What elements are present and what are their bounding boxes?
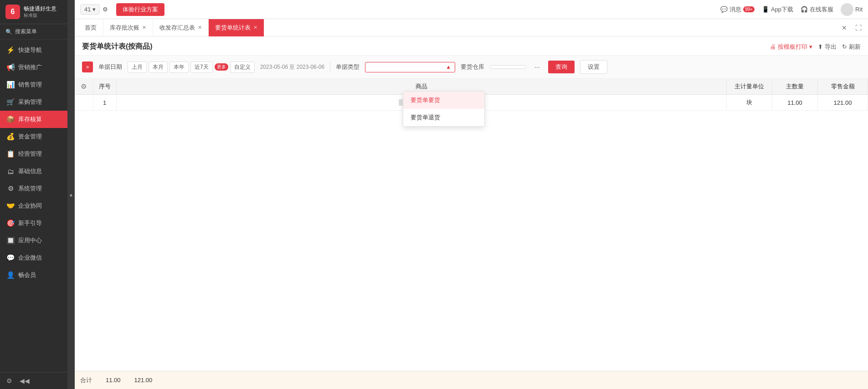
sidebar-item-guide[interactable]: 🎯 新手引导 [0, 215, 67, 232]
tab-receive-close[interactable]: ✕ [198, 25, 202, 31]
filter-separator [330, 62, 330, 72]
collapse-sidebar-btn[interactable]: ▲ [67, 0, 75, 389]
cell-settings [75, 95, 93, 111]
sidebar-item-apps[interactable]: 🔲 应用中心 [0, 232, 67, 249]
chevron-down-icon: ▾ [92, 6, 96, 13]
last-7days-btn[interactable]: 近7天 [190, 61, 213, 73]
tab-batch[interactable]: 库存批次账 ✕ [103, 19, 153, 36]
collapse-icon[interactable]: ◀◀ [20, 377, 30, 384]
type-input[interactable] [369, 64, 446, 71]
app-sub: 标准版 [24, 12, 56, 19]
sidebar-item-system[interactable]: ⚙ 系统管理 [0, 180, 67, 197]
sidebar-item-purchase[interactable]: 🛒 采购管理 [0, 93, 67, 111]
tab-bar: 首页 库存批次账 ✕ 收发存汇总表 ✕ 要货单统计表 ✕ ✕ ⛶ [75, 19, 868, 36]
online-service-btn[interactable]: 🎧 在线客服 [801, 5, 833, 14]
sidebar-item-operations[interactable]: 📋 经营管理 [0, 145, 67, 163]
search-menu[interactable]: 🔍 搜索菜单 [0, 24, 67, 40]
footer-total-label: 合计 [80, 376, 92, 384]
messages-btn[interactable]: 💬 消息 99+ [720, 5, 755, 14]
tab-batch-label: 库存批次账 [110, 24, 139, 32]
last-month-btn[interactable]: 上月 [128, 61, 147, 73]
tab-batch-close[interactable]: ✕ [142, 25, 146, 31]
sidebar-item-inventory[interactable]: 📦 库存核算 [0, 111, 67, 128]
expand-icon: » [86, 64, 89, 70]
app-download-btn[interactable]: 📱 App下载 [762, 5, 793, 14]
dropdown-item-order-goods[interactable]: 要货单要货 [403, 92, 484, 109]
warehouse-input[interactable] [490, 65, 526, 69]
dropdown-item-order-return[interactable]: 要货单退货 [403, 109, 484, 126]
sidebar-item-marketing[interactable]: 📢 营销推广 [0, 59, 67, 76]
col-header-amount: 零售金额 [818, 79, 868, 95]
settings-btn[interactable]: 设置 [580, 60, 607, 74]
column-settings-icon[interactable]: ⚙ [81, 82, 87, 90]
sidebar-item-sales[interactable]: 📊 销售管理 [0, 76, 67, 93]
table-footer: 合计 11.00 121.00 [75, 371, 868, 389]
refresh-label: 刷新 [849, 43, 861, 51]
export-btn[interactable]: ⬆ 导出 [818, 43, 837, 51]
more-dates-badge[interactable]: 更多 [215, 63, 228, 71]
store-dropdown[interactable]: 41 ▾ [80, 4, 100, 15]
main-area: 41 ▾ ⚙ 体验行业方案 💬 消息 99+ 📱 App下载 🎧 在线客服 Ri [75, 0, 868, 389]
print-template-btn[interactable]: 🖨 按模板打印 ▾ [770, 43, 812, 51]
close-window-btn[interactable]: ✕ [839, 23, 850, 32]
col-header-num: 序号 [93, 79, 116, 95]
system-icon: ⚙ [6, 184, 15, 193]
refresh-btn[interactable]: ↻ 刷新 [842, 43, 861, 51]
col-header-qty: 主数量 [772, 79, 818, 95]
custom-date-btn[interactable]: 自定义 [230, 61, 255, 73]
col-header-unit: 主计量单位 [727, 79, 772, 95]
sidebar-item-label: 企业协同 [18, 202, 42, 210]
app-logo: 6 畅捷通好生意 标准版 [0, 0, 67, 24]
purchase-icon: 🛒 [6, 98, 15, 106]
sidebar-item-member[interactable]: 👤 畅会员 [0, 266, 67, 284]
export-icon: ⬆ [818, 43, 823, 50]
expand-window-btn[interactable]: ⛶ [853, 23, 864, 32]
type-dropdown-menu: 要货单要货 要货单退货 [403, 91, 485, 127]
footer-qty-value: 11.00 [106, 377, 121, 384]
filter-bar: » 单据日期 上月 本月 本年 近7天 更多 自定义 2023-05-06 至 … [75, 56, 868, 79]
sidebar-item-label: 基础信息 [18, 167, 42, 175]
cell-amount: 121.00 [818, 95, 868, 111]
cell-num: 1 [93, 95, 116, 111]
tab-receive[interactable]: 收发存汇总表 ✕ [153, 19, 209, 36]
filter-expand-btn[interactable]: » [82, 61, 93, 72]
user-menu[interactable]: Rit [841, 3, 863, 16]
app-name: 畅捷通好生意 [24, 5, 56, 13]
trial-btn[interactable]: 体验行业方案 [116, 3, 164, 16]
tab-order-stats-close[interactable]: ✕ [253, 25, 257, 31]
sidebar-item-wechat[interactable]: 💬 企业微信 [0, 249, 67, 266]
settings-icon[interactable]: ⚙ [103, 6, 108, 13]
sidebar-item-label: 企业微信 [18, 254, 42, 262]
sidebar-item-label: 库存核算 [18, 115, 42, 123]
settings-icon[interactable]: ⚙ [6, 377, 12, 384]
sidebar-item-label: 资金管理 [18, 133, 42, 141]
cell-qty: 11.00 [772, 95, 818, 111]
avatar [841, 3, 853, 16]
query-btn[interactable]: 查询 [548, 61, 575, 73]
sidebar-item-collab[interactable]: 🤝 企业协同 [0, 197, 67, 215]
sidebar-item-label: 营销推广 [18, 63, 42, 72]
tab-home[interactable]: 首页 [78, 19, 103, 36]
this-year-btn[interactable]: 本年 [169, 61, 189, 73]
messages-label: 消息 [729, 5, 741, 14]
cell-unit: 块 [727, 95, 772, 111]
sidebar-item-quick-nav[interactable]: ⚡ 快捷导航 [0, 41, 67, 59]
sidebar-item-base[interactable]: 🗂 基础信息 [0, 163, 67, 180]
header-right: 💬 消息 99+ 📱 App下载 🎧 在线客服 Rit [720, 3, 863, 16]
tab-order-stats[interactable]: 要货单统计表 ✕ [209, 19, 264, 36]
messages-badge: 99+ [743, 6, 755, 12]
sidebar-item-label: 应用中心 [18, 236, 42, 245]
user-name: Rit [855, 6, 863, 13]
quick-nav-icon: ⚡ [6, 46, 15, 54]
tab-home-label: 首页 [85, 24, 97, 32]
filter-more-btn[interactable]: ··· [532, 62, 543, 72]
sidebar-item-label: 新手引导 [18, 219, 42, 227]
message-icon: 💬 [720, 6, 728, 13]
sidebar-item-finance[interactable]: 💰 资金管理 [0, 128, 67, 145]
type-dropdown[interactable]: ▲ [365, 62, 455, 72]
search-icon: 🔍 [5, 29, 12, 35]
type-chevron-up-icon[interactable]: ▲ [446, 64, 451, 70]
refresh-icon: ↻ [842, 43, 847, 50]
app-download-label: App下载 [771, 5, 793, 14]
this-month-btn[interactable]: 本月 [149, 61, 168, 73]
